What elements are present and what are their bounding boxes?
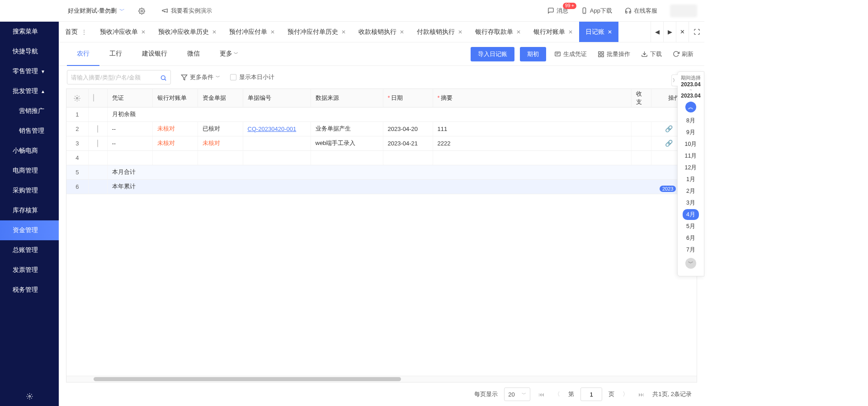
close-icon[interactable]: ✕ bbox=[400, 29, 404, 35]
table-row[interactable]: 3--未核对未核对web端手工录入2023-04-212222🔗🗑 bbox=[66, 136, 697, 150]
fund-match-status[interactable]: 未核对 bbox=[203, 140, 220, 146]
month-item[interactable]: 1月 bbox=[686, 174, 695, 185]
gen-voucher-button[interactable]: 生成凭证 bbox=[552, 50, 590, 58]
date-period-to[interactable]: 2023.04 bbox=[681, 93, 700, 99]
more-filters-button[interactable]: 更多条件 ﹀ bbox=[181, 73, 220, 81]
month-item[interactable]: 5月 bbox=[686, 221, 695, 232]
close-icon[interactable]: ✕ bbox=[270, 29, 275, 35]
search-input[interactable] bbox=[71, 74, 160, 81]
select-all-header[interactable] bbox=[88, 89, 107, 107]
horizontal-scrollbar[interactable] bbox=[66, 376, 697, 382]
month-item[interactable]: 2月 bbox=[686, 186, 695, 196]
sidebar-ec-mgmt[interactable]: 电商管理 bbox=[0, 161, 59, 181]
close-icon[interactable]: ✕ bbox=[568, 29, 573, 35]
bank-tab[interactable]: 农行 bbox=[67, 42, 99, 66]
month-item[interactable]: 9月 bbox=[686, 127, 695, 138]
per-page-select[interactable]: 20 ﹀ bbox=[504, 387, 530, 401]
sidebar-invoice[interactable]: 发票管理 bbox=[0, 260, 59, 280]
first-page-button[interactable]: ⏮ bbox=[537, 391, 546, 398]
message-button[interactable]: 消息 99 + bbox=[547, 7, 568, 15]
bank-tab[interactable]: 建设银行 bbox=[132, 42, 177, 66]
page-tab[interactable]: 预收冲应收单✕ bbox=[94, 22, 152, 42]
page-tab[interactable]: 首页⋮ bbox=[59, 22, 94, 42]
link-icon[interactable]: 🔗 bbox=[665, 125, 673, 132]
docno-link[interactable]: CQ-20230420-001 bbox=[248, 126, 297, 132]
column-settings-header[interactable] bbox=[66, 89, 88, 107]
month-scroll-up-button[interactable]: ︽ bbox=[685, 102, 696, 112]
next-page-button[interactable]: 〉 bbox=[621, 390, 630, 398]
org-selector[interactable]: 好业财测试-量勿删 ﹀ bbox=[68, 7, 125, 15]
month-item[interactable]: 10月 bbox=[685, 139, 697, 149]
link-icon[interactable]: 🔗 bbox=[665, 140, 673, 147]
sidebar-general-ledger[interactable]: 总账管理 bbox=[0, 240, 59, 260]
fullscreen-button[interactable] bbox=[689, 22, 704, 42]
month-item[interactable]: 12月 bbox=[685, 162, 697, 173]
sidebar-retail[interactable]: 零售管理▼ bbox=[0, 61, 59, 81]
settings-button[interactable] bbox=[138, 7, 145, 14]
month-item[interactable]: 11月 bbox=[685, 150, 697, 161]
sidebar-settings-button[interactable] bbox=[0, 386, 59, 406]
bank-match-status[interactable]: 未核对 bbox=[157, 125, 175, 132]
search-icon[interactable] bbox=[160, 73, 167, 81]
last-page-button[interactable]: ⏭ bbox=[637, 391, 646, 398]
bank-tab[interactable]: 工行 bbox=[99, 42, 132, 66]
month-item[interactable]: 7月 bbox=[686, 244, 695, 255]
table-row[interactable]: 6本年累计 bbox=[66, 179, 697, 194]
download-button[interactable]: 下载 bbox=[638, 50, 665, 58]
page-tab[interactable]: 付款核销执行✕ bbox=[410, 22, 469, 42]
tabs-prev-button[interactable]: ◀ bbox=[651, 22, 664, 42]
app-download-button[interactable]: App下载 bbox=[581, 7, 612, 15]
bank-tab[interactable]: 微信 bbox=[177, 42, 210, 66]
month-item[interactable]: 6月 bbox=[686, 233, 695, 243]
month-item[interactable]: 4月 bbox=[683, 209, 699, 220]
online-service-button[interactable]: 在线客服 bbox=[625, 7, 657, 15]
sidebar-inventory[interactable]: 库存核算 bbox=[0, 201, 59, 220]
prev-page-button[interactable]: 〈 bbox=[552, 390, 562, 398]
month-item[interactable]: 8月 bbox=[686, 115, 695, 126]
refresh-button[interactable]: 刷新 bbox=[670, 50, 696, 58]
batch-button[interactable]: 批量操作 bbox=[595, 50, 633, 58]
sidebar-search-menu[interactable]: 搜索菜单 bbox=[0, 22, 59, 42]
panel-collapse-button[interactable]: 》 bbox=[671, 75, 678, 86]
table-row[interactable]: 2--未核对已核对CQ-20230420-001业务单据产生2023-04-20… bbox=[66, 121, 697, 136]
sidebar-tax[interactable]: 税务管理 bbox=[0, 280, 59, 300]
show-daily-checkbox[interactable]: 显示本日小计 bbox=[230, 73, 274, 81]
sidebar-quick-nav[interactable]: 快捷导航 bbox=[0, 42, 59, 61]
page-tab[interactable]: 预付冲应付单✕ bbox=[223, 22, 281, 42]
date-period-from[interactable]: 2023.04 bbox=[681, 81, 700, 88]
close-icon[interactable]: ✕ bbox=[516, 29, 521, 35]
close-icon[interactable]: ✕ bbox=[212, 29, 217, 35]
page-tab[interactable]: 收款核销执行✕ bbox=[352, 22, 410, 42]
page-tab[interactable]: 预付冲应付单历史✕ bbox=[281, 22, 352, 42]
page-tab[interactable]: 银行对账单✕ bbox=[527, 22, 579, 42]
close-icon[interactable]: ✕ bbox=[341, 29, 346, 35]
close-icon[interactable]: ✕ bbox=[608, 29, 612, 35]
month-item[interactable]: 3月 bbox=[686, 197, 695, 208]
tabs-next-button[interactable]: ▶ bbox=[664, 22, 676, 42]
sidebar-funds[interactable]: 资金管理 bbox=[0, 220, 59, 240]
sidebar-marketing[interactable]: 营销推广 bbox=[0, 101, 59, 121]
demo-link[interactable]: 我要看实例演示 bbox=[161, 7, 212, 15]
table-row[interactable]: 5本月合计 bbox=[66, 165, 697, 179]
row-checkbox-cell[interactable] bbox=[88, 136, 107, 150]
import-button[interactable]: 导入日记账 bbox=[471, 47, 514, 61]
close-icon[interactable]: ✕ bbox=[458, 29, 462, 35]
page-tab[interactable]: 银行存取款单✕ bbox=[469, 22, 527, 42]
sidebar-xiaochang-ec[interactable]: 小畅电商 bbox=[0, 141, 59, 161]
month-scroll-down-button[interactable]: ︾ bbox=[685, 258, 696, 269]
user-avatar[interactable] bbox=[670, 5, 697, 17]
bank-tab-more[interactable]: 更多 ﹀ bbox=[210, 42, 248, 66]
close-icon[interactable]: ✕ bbox=[141, 29, 146, 35]
page-input[interactable] bbox=[580, 387, 602, 401]
table-row[interactable]: 4 bbox=[66, 150, 697, 165]
row-checkbox-cell[interactable] bbox=[88, 121, 107, 136]
bank-match-status[interactable]: 未核对 bbox=[157, 140, 175, 146]
sidebar-wholesale[interactable]: 批发管理▲ bbox=[0, 81, 59, 101]
opening-button[interactable]: 期初 bbox=[520, 47, 546, 61]
page-tab[interactable]: 日记账✕ bbox=[579, 22, 618, 42]
scrollbar-thumb[interactable] bbox=[94, 377, 401, 381]
tabs-close-button[interactable]: ✕ bbox=[676, 22, 689, 42]
sidebar-sales[interactable]: 销售管理 bbox=[0, 121, 59, 141]
page-tab[interactable]: 预收冲应收单历史✕ bbox=[152, 22, 223, 42]
table-row[interactable]: 1月初余额 bbox=[66, 107, 697, 121]
